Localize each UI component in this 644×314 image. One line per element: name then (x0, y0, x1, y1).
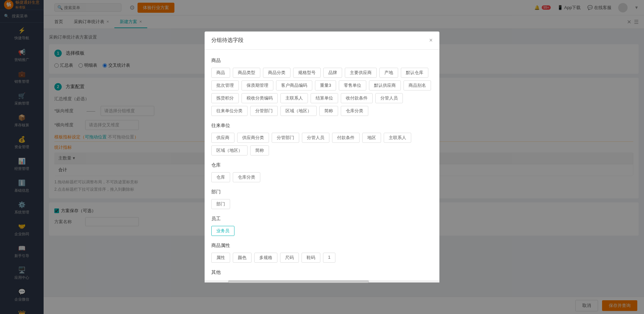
field-short-name-goods[interactable]: 简称 (319, 106, 338, 116)
field-warehouse-category[interactable]: 仓库分类 (233, 172, 260, 182)
field-salesperson[interactable]: 业务员 (211, 226, 234, 236)
field-weight3[interactable]: 重量3 (315, 80, 336, 90)
department-fields: 部门 (211, 199, 433, 209)
field-one[interactable]: 1 (323, 253, 335, 263)
field-main-contact2[interactable]: 主联系人 (384, 133, 411, 143)
field-department[interactable]: 部门 (211, 199, 230, 209)
field-settlement-unit[interactable]: 结算单位 (311, 93, 338, 103)
field-pick-points[interactable]: 拣货积分 (211, 93, 239, 103)
field-short-name-counterpart[interactable]: 简称 (250, 145, 269, 155)
field-shelf-life[interactable]: 保质期管理 (241, 80, 273, 90)
field-goods-type[interactable]: 商品类型 (233, 68, 260, 78)
field-customer-code[interactable]: 客户商品编码 (276, 80, 312, 90)
field-warehouse[interactable]: 仓库 (211, 172, 230, 182)
field-batch-management[interactable]: 批次管理 (211, 80, 239, 90)
modal: 分组待选字段 × 商品 商品 商品类型 商品分类 规格型号 品牌 主要供应商 产… (205, 32, 439, 283)
field-mgmt-person[interactable]: 分管人员 (302, 133, 329, 143)
goods-attr-fields: 属性 颜色 多规格 尺码 鞋码 1 (211, 253, 433, 263)
field-spec-model[interactable]: 规格型号 (293, 68, 321, 78)
field-supplier-category[interactable]: 供应商分类 (237, 133, 269, 143)
warehouse-fields: 仓库 仓库分类 (211, 172, 433, 182)
field-pay-terms[interactable]: 付款条件 (332, 133, 360, 143)
section-employee-title: 员工 (211, 216, 433, 222)
modal-close-button[interactable]: × (429, 37, 433, 43)
modal-horizontal-scrollbar[interactable] (205, 280, 439, 283)
section-counterpart: 往来单位 供应商 供应商分类 分管部门 分管人员 付款条件 地区 主联系人 区域… (211, 123, 433, 155)
employee-fields: 业务员 (211, 226, 433, 236)
modal-overlay: 分组待选字段 × 商品 商品 商品类型 商品分类 规格型号 品牌 主要供应商 产… (0, 0, 644, 314)
section-other-title: 其他 (211, 269, 433, 275)
field-main-supplier[interactable]: 主要供应商 (345, 68, 377, 78)
field-supplier[interactable]: 供应商 (211, 133, 234, 143)
field-goods-category[interactable]: 商品分类 (263, 68, 290, 78)
modal-title: 分组待选字段 (211, 37, 244, 44)
section-other: 其他 (211, 269, 433, 279)
scroll-thumb (228, 280, 369, 283)
field-area[interactable]: 地区 (362, 133, 381, 143)
field-dept[interactable]: 分管部门 (250, 106, 278, 116)
section-department-title: 部门 (211, 189, 433, 195)
field-goods-alias[interactable]: 商品别名 (404, 80, 431, 90)
field-tax-code[interactable]: 税收分类编码 (241, 93, 278, 103)
field-attribute[interactable]: 属性 (211, 253, 230, 263)
field-shoe-size[interactable]: 鞋码 (302, 253, 320, 263)
field-color[interactable]: 颜色 (233, 253, 252, 263)
field-origin[interactable]: 产地 (379, 68, 398, 78)
goods-fields: 商品 商品类型 商品分类 规格型号 品牌 主要供应商 产地 默认仓库 批次管理 … (211, 68, 433, 116)
field-goods[interactable]: 商品 (211, 68, 230, 78)
field-main-contact[interactable]: 主联系人 (280, 93, 308, 103)
section-counterpart-title: 往来单位 (211, 123, 433, 129)
field-region-counterpart[interactable]: 区域（地区） (211, 145, 248, 155)
field-size[interactable]: 尺码 (280, 253, 299, 263)
section-warehouse-title: 仓库 (211, 162, 433, 168)
field-multi-spec[interactable]: 多规格 (254, 253, 277, 263)
section-goods-title: 商品 (211, 58, 433, 64)
field-default-warehouse[interactable]: 默认仓库 (401, 68, 428, 78)
field-warehouse-category-goods[interactable]: 仓库分类 (341, 106, 368, 116)
section-warehouse: 仓库 仓库 仓库分类 (211, 162, 433, 182)
counterpart-fields: 供应商 供应商分类 分管部门 分管人员 付款条件 地区 主联系人 区域（地区） … (211, 133, 433, 155)
section-department: 部门 部门 (211, 189, 433, 209)
field-retail-unit[interactable]: 零售单位 (339, 80, 366, 90)
section-goods-attr-title: 商品属性 (211, 243, 433, 249)
field-mgmt-dept[interactable]: 分管部门 (272, 133, 299, 143)
section-goods-attributes: 商品属性 属性 颜色 多规格 尺码 鞋码 1 (211, 243, 433, 263)
modal-body: 商品 商品 商品类型 商品分类 规格型号 品牌 主要供应商 产地 默认仓库 批次… (205, 50, 439, 280)
modal-header: 分组待选字段 × (205, 32, 439, 50)
field-default-supplier[interactable]: 默认供应商 (369, 80, 401, 90)
field-region-goods[interactable]: 区域（地区） (280, 106, 317, 116)
field-payment-terms[interactable]: 收付款条件 (341, 93, 373, 103)
section-goods: 商品 商品 商品类型 商品分类 规格型号 品牌 主要供应商 产地 默认仓库 批次… (211, 58, 433, 116)
field-brand[interactable]: 品牌 (323, 68, 342, 78)
field-manager[interactable]: 分管人员 (375, 93, 403, 103)
field-counterpart-category[interactable]: 往来单位分类 (211, 106, 248, 116)
section-employee: 员工 业务员 (211, 216, 433, 236)
